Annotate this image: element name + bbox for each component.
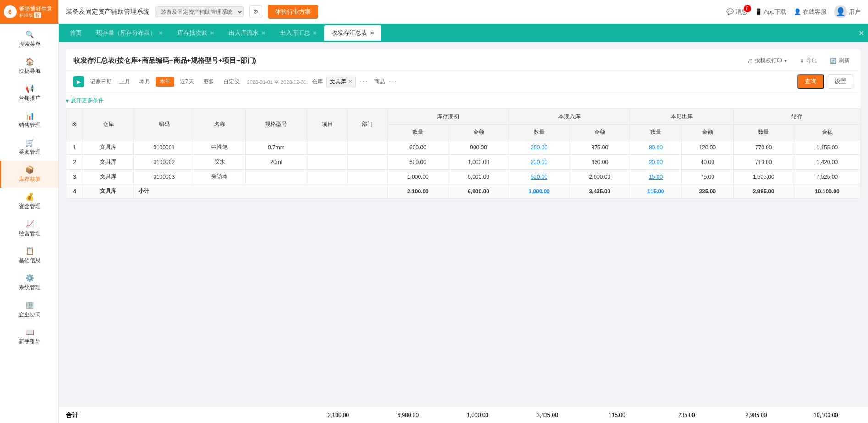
date-btn-custom[interactable]: 自定义 xyxy=(220,77,243,87)
main-content: 装备及固定资产辅助管理系统 装备及固定资产辅助管理系统 ⚙ 体验行业方案 💬 6… xyxy=(59,0,868,423)
tab-close-icon[interactable]: ✕ xyxy=(370,30,374,36)
cell-warehouse: 文具库 xyxy=(83,155,134,170)
cell-outbound-qty[interactable]: 20.00 xyxy=(630,155,682,170)
user-avatar: 👤 xyxy=(834,5,847,18)
expand-conditions-row: ▾ 展开更多条件 xyxy=(66,93,861,109)
subtotal-outbound-qty[interactable]: 115.00 xyxy=(630,184,682,199)
chevron-down-icon: ▾ xyxy=(66,98,69,104)
warehouse-filter-dots[interactable]: ··· xyxy=(359,77,368,86)
cell-opening-qty: 1,000.00 xyxy=(387,170,448,184)
gear-button[interactable]: ⚙ xyxy=(249,5,262,18)
app-name: 畅捷通好生意 标准版标 xyxy=(19,5,52,19)
subtotal-inbound-qty[interactable]: 1,000.00 xyxy=(509,184,569,199)
footer-outbound-amt: 235.00 xyxy=(652,412,721,418)
sidebar-item-marketing[interactable]: 📢 营销推广 xyxy=(0,80,58,107)
sidebar-item-label: 销售管理 xyxy=(19,121,41,129)
cell-inbound-qty[interactable]: 250.00 xyxy=(509,140,569,155)
refresh-btn[interactable]: 🔄 刷新 xyxy=(826,55,853,66)
subtotal-opening-amt: 6,900.00 xyxy=(448,184,509,199)
total-label: 合计 xyxy=(66,411,78,419)
experience-btn[interactable]: 体验行业方案 xyxy=(268,5,318,19)
th-department: 部门 xyxy=(348,109,388,140)
tab-close-icon[interactable]: ✕ xyxy=(261,30,265,36)
subtotal-closing-amt: 10,100.00 xyxy=(794,184,860,199)
product-filter-dots[interactable]: ··· xyxy=(389,77,398,86)
cell-product-spec xyxy=(245,170,307,184)
filter-collapse-btn[interactable]: ▶ xyxy=(73,76,84,87)
export-btn[interactable]: ⬇ 导出 xyxy=(796,55,821,66)
app-download-btn[interactable]: 📱 App下载 xyxy=(755,8,786,16)
tab-home[interactable]: 首页 xyxy=(62,25,89,41)
system-name: 装备及固定资产辅助管理系统 xyxy=(66,8,149,16)
cell-product-name: 中性笔 xyxy=(194,140,245,155)
footer-inbound-qty: 1,000.00 xyxy=(443,412,513,418)
date-filter-label: 记账日期 xyxy=(90,78,112,86)
date-options: 上月 本月 本年 近7天 更多 自定义 xyxy=(116,77,243,87)
tab-close-icon[interactable]: ✕ xyxy=(159,30,163,36)
sidebar-item-operation[interactable]: 📈 经营管理 xyxy=(0,215,58,242)
tab-close-icon[interactable]: ✕ xyxy=(210,30,214,36)
warehouse-filter-tag[interactable]: 文具库 ✕ xyxy=(326,77,356,87)
date-btn-last-month[interactable]: 上月 xyxy=(116,77,134,87)
tab-recv-send[interactable]: 收发存汇总表 ✕ xyxy=(324,25,381,41)
sidebar-item-system[interactable]: ⚙️ 系统管理 xyxy=(0,269,58,296)
date-btn-this-year[interactable]: 本年 xyxy=(156,77,174,87)
notification-btn[interactable]: 💬 6 消息 xyxy=(726,8,747,16)
sales-icon: 📊 xyxy=(25,111,34,120)
sidebar-nav: 🔍 搜索菜单 🏠 快捷导航 📢 营销推广 📊 销售管理 🛒 采购管理 📦 库存核… xyxy=(0,24,58,423)
date-btn-7days[interactable]: 近7天 xyxy=(176,77,198,87)
tab-inout-flow[interactable]: 出入库流水 ✕ xyxy=(221,25,273,41)
cell-inbound-qty[interactable]: 230.00 xyxy=(509,155,569,170)
print-btn[interactable]: 🖨 按模板打印 ▾ xyxy=(744,55,791,66)
notification-icon: 💬 xyxy=(726,8,734,15)
tab-bar-close-btn[interactable]: ✕ xyxy=(858,29,864,38)
sidebar-item-basic[interactable]: 📋 基础信息 xyxy=(0,242,58,269)
date-btn-this-month[interactable]: 本月 xyxy=(136,77,154,87)
date-btn-more[interactable]: 更多 xyxy=(199,77,218,87)
sidebar-item-guide[interactable]: 📖 新手引导 xyxy=(0,323,58,350)
tab-inout-summary[interactable]: 出入库汇总 ✕ xyxy=(273,25,324,41)
footer-outbound-qty: 115.00 xyxy=(582,412,652,418)
table-row: 1 文具库 0100001 中性笔 0.7mm 600.00 900.00 25… xyxy=(66,140,861,155)
sidebar-item-inventory[interactable]: 📦 库存核算 xyxy=(0,161,58,188)
sidebar-item-search[interactable]: 🔍 搜索菜单 xyxy=(0,26,58,53)
tab-inventory-dist[interactable]: 现存量（库存分布表） ✕ xyxy=(89,25,170,41)
system-icon: ⚙️ xyxy=(25,274,34,282)
sidebar-item-label: 资金管理 xyxy=(19,203,41,210)
subtotal-outbound-amt: 235.00 xyxy=(682,184,734,199)
sidebar-item-sales[interactable]: 📊 销售管理 xyxy=(0,107,58,134)
logo-icon: 6 xyxy=(4,5,17,18)
tab-close-icon[interactable]: ✕ xyxy=(313,30,317,36)
table-row: 3 文具库 0100003 采访本 1,000.00 5,000.00 520.… xyxy=(66,170,861,184)
sidebar-item-quick-nav[interactable]: 🏠 快捷导航 xyxy=(0,53,58,80)
row-num: 3 xyxy=(66,170,83,184)
page-title: 收发存汇总表(按仓库+商品编码+商品+规格型号+项目+部门) xyxy=(73,56,256,65)
title-actions: 🖨 按模板打印 ▾ ⬇ 导出 🔄 刷新 xyxy=(744,55,853,66)
user-menu[interactable]: 👤 用户 xyxy=(834,5,861,18)
warehouse-filter-label: 仓库 xyxy=(312,78,323,86)
cell-inbound-qty[interactable]: 520.00 xyxy=(509,170,569,184)
th-settings[interactable]: ⚙ xyxy=(66,109,83,140)
expand-btn[interactable]: ▾ 展开更多条件 xyxy=(66,97,861,104)
subtotal-inbound-amt: 3,435.00 xyxy=(569,184,630,199)
system-selector[interactable]: 装备及固定资产辅助管理系统 xyxy=(155,6,244,17)
sidebar-item-label: 新手引导 xyxy=(19,338,41,346)
online-support-btn[interactable]: 👤 在线客服 xyxy=(794,8,827,16)
cell-outbound-qty[interactable]: 80.00 xyxy=(630,140,682,155)
footer-totals: 2,100.00 6,900.00 1,000.00 3,435.00 115.… xyxy=(85,412,861,418)
cell-department xyxy=(348,140,388,155)
tab-batch[interactable]: 库存批次账 ✕ xyxy=(170,25,221,41)
warehouse-filter-close-icon[interactable]: ✕ xyxy=(348,78,353,85)
cell-outbound-qty[interactable]: 15.00 xyxy=(630,170,682,184)
sidebar-item-enterprise[interactable]: 🏢 企业协同 xyxy=(0,296,58,323)
query-button[interactable]: 查询 xyxy=(797,74,824,89)
sidebar-item-purchase[interactable]: 🛒 采购管理 xyxy=(0,134,58,161)
sidebar-item-finance[interactable]: 💰 资金管理 xyxy=(0,188,58,215)
refresh-icon: 🔄 xyxy=(830,58,837,64)
settings-button[interactable]: 设置 xyxy=(828,74,853,89)
subtotal-warehouse: 文具库 xyxy=(83,184,134,199)
cell-inbound-amt: 375.00 xyxy=(569,140,630,155)
cell-warehouse: 文具库 xyxy=(83,140,134,155)
sidebar-item-label: 营销推广 xyxy=(19,94,41,102)
th-project: 项目 xyxy=(307,109,348,140)
